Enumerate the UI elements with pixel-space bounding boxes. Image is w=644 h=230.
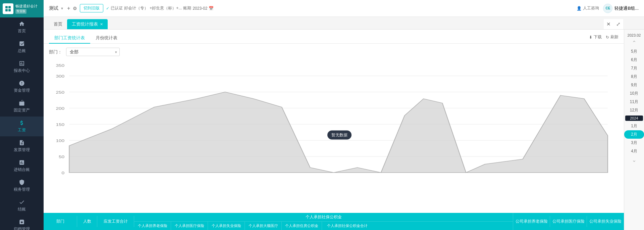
sub-tab-dept[interactable]: 部门工资统计表 <box>49 33 90 44</box>
rp-scroll-up-btn[interactable]: ⌃ <box>632 40 636 46</box>
sub-tabs: 部门工资统计表 月份统计表 ⬇ 下载 ↻ 刷新 <box>44 30 624 44</box>
topbar-title: 测试 <box>49 5 58 11</box>
sidebar: 畅捷通好会计 专业版 首页 总账 报表中心 资金管理 固定资产 <box>0 0 44 230</box>
avatar-circle: CE <box>603 4 612 13</box>
certified-check-icon: ✓ <box>106 6 109 11</box>
svg-text:50: 50 <box>59 155 64 159</box>
svg-text:0: 0 <box>62 171 65 175</box>
topbar-add-btn[interactable]: + <box>67 5 70 11</box>
refresh-btn[interactable]: ↻ 刷新 <box>606 34 619 40</box>
tab-home[interactable]: 首页 <box>49 19 67 29</box>
right-panel: 2023.02 ⌃ 5月 6月 7月 8月 9月 10月 11月 12月 202… <box>624 30 644 230</box>
rp-scroll-down-btn[interactable]: ⌄ <box>632 157 636 163</box>
th-company-pension: 公司承担养老保险 <box>513 216 550 227</box>
tab-salary-report[interactable]: 工资统计报表 ✕ <box>67 19 108 29</box>
topbar-settings-btn[interactable]: ⚙ <box>73 6 77 11</box>
panel-close-expand: ✕ ⤢ <box>604 19 623 30</box>
dept-filter-select[interactable]: 全部 财务部 销售部 技术部 行政部 <box>66 48 120 56</box>
tab-close-btn[interactable]: ✕ <box>100 22 103 27</box>
th-dept: 部门 <box>44 216 77 227</box>
th-unemployment: 个人承担失业保险 <box>208 222 245 230</box>
th-major-medical: 个人承担大额医疗 <box>245 222 282 230</box>
th-subtotal: 个人承担社保公积金合计 <box>322 222 372 230</box>
sidebar-logo: 畅捷通好会计 专业版 <box>0 0 44 17</box>
rp-month-10[interactable]: 10月 <box>624 89 644 98</box>
sidebar-item-tax[interactable]: 税务管理 <box>0 176 44 196</box>
logo-icon <box>3 3 13 14</box>
main-panel: 测试 ▾ + ⚙ 切到旧版 ✓ 已认证 好会计（专） +好生意（标）+... 账… <box>44 0 644 230</box>
sidebar-item-home[interactable]: 首页 <box>0 17 44 37</box>
rp-month-9[interactable]: 9月 <box>624 81 644 89</box>
th-housing: 个人承担住房公积金 <box>282 222 322 230</box>
download-icon: ⬇ <box>589 35 592 40</box>
th-group-personal: 个人承担社保公积金 个人承担养老保险 个人承担医疗保险 个人承担失业保险 <box>134 213 513 230</box>
rp-month-11[interactable]: 11月 <box>624 98 644 106</box>
panel-expand-btn[interactable]: ⤢ <box>615 20 622 28</box>
sidebar-item-funds[interactable]: 资金管理 <box>0 77 44 97</box>
sidebar-item-assets[interactable]: 固定资产 <box>0 97 44 117</box>
th-group-children: 个人承担养老保险 个人承担医疗保险 个人承担失业保险 个人承担大额医疗 <box>134 222 513 230</box>
chart-wrap: 0 50 100 150 200 250 300 350 <box>50 63 617 210</box>
rp-month-7[interactable]: 7月 <box>624 64 644 73</box>
sidebar-item-archive[interactable]: 归档管理 <box>0 216 44 230</box>
help-icon: 👤 <box>577 6 582 11</box>
topbar-dropdown-arrow[interactable]: ▾ <box>61 6 63 11</box>
user-avatar-btn[interactable]: CE 轻捷通B组... <box>603 4 639 13</box>
th-total-salary: 应发工资合计 <box>97 216 134 227</box>
rp-month-apr[interactable]: 4月 <box>624 147 644 155</box>
calendar-icon[interactable]: 📅 <box>209 6 214 11</box>
rp-month-6[interactable]: 6月 <box>624 56 644 64</box>
sidebar-item-purchase[interactable]: 进销台账 <box>0 156 44 176</box>
svg-text:350: 350 <box>56 63 64 67</box>
rp-month-8[interactable]: 8月 <box>624 73 644 81</box>
tabs-bar: 首页 工资统计报表 ✕ <box>44 17 644 30</box>
table-header: 部门 人数 应发工资合计 个人承担社保公积金 个人承担养老保险 <box>44 213 624 230</box>
topbar-right: 👤 人工咨询 CE 轻捷通B组... <box>577 4 639 13</box>
sidebar-item-reports[interactable]: 报表中心 <box>0 57 44 77</box>
chart-area: 0 50 100 150 200 250 300 350 <box>44 60 624 213</box>
topbar-status: ✓ 已认证 好会计（专） +好生意（标）+... 账期 2023-02 📅 <box>106 5 214 11</box>
sidebar-item-salary[interactable]: 工资 <box>0 117 44 136</box>
sidebar-item-invoices[interactable]: 发票管理 <box>0 136 44 156</box>
svg-rect-2 <box>5 9 8 11</box>
chart-svg: 0 50 100 150 200 250 300 350 <box>50 63 617 178</box>
sub-tab-monthly[interactable]: 月份统计表 <box>90 33 123 44</box>
th-company-unemployment: 公司承担失业保险 <box>587 216 624 227</box>
th-pension: 个人承担养老保险 <box>134 222 171 230</box>
th-medical: 个人承担医疗保险 <box>171 222 208 230</box>
rp-year-display: 2023.02 <box>626 32 643 38</box>
svg-rect-3 <box>8 9 11 11</box>
svg-text:150: 150 <box>56 123 64 127</box>
svg-text:200: 200 <box>56 106 64 110</box>
table-header-top: 部门 人数 应发工资合计 个人承担社保公积金 个人承担养老保险 <box>44 213 624 230</box>
panel-close-btn[interactable]: ✕ <box>605 20 612 28</box>
download-btn[interactable]: ⬇ 下载 <box>589 34 602 40</box>
rp-month-jan[interactable]: 1月 <box>624 122 644 130</box>
rp-month-mar[interactable]: 3月 <box>624 139 644 147</box>
sidebar-item-settle[interactable]: 结账 <box>0 196 44 216</box>
svg-text:300: 300 <box>56 74 64 78</box>
filter-label: 部门： <box>49 49 62 55</box>
rp-month-5[interactable]: 5月 <box>624 47 644 56</box>
rp-month-feb[interactable]: 2月 <box>624 130 644 139</box>
content-area: 部门工资统计表 月份统计表 ⬇ 下载 ↻ 刷新 <box>44 30 644 230</box>
svg-text:100: 100 <box>56 139 64 143</box>
logo-text: 畅捷通好会计 专业版 <box>15 4 38 14</box>
sidebar-nav: 首页 总账 报表中心 资金管理 固定资产 工资 发票管理 <box>0 17 44 230</box>
svg-rect-0 <box>5 6 8 8</box>
refresh-icon: ↻ <box>606 35 609 40</box>
svg-rect-1 <box>8 6 11 8</box>
svg-text:250: 250 <box>56 90 64 94</box>
switch-old-version-btn[interactable]: 切到旧版 <box>80 4 103 12</box>
th-count: 人数 <box>77 216 97 227</box>
th-company-medical: 公司承担医疗保险 <box>550 216 587 227</box>
filter-row: 部门： 全部 财务部 销售部 技术部 行政部 <box>44 44 624 60</box>
topbar: 测试 ▾ + ⚙ 切到旧版 ✓ 已认证 好会计（专） +好生意（标）+... 账… <box>44 0 644 17</box>
help-btn[interactable]: 👤 人工咨询 <box>577 5 599 11</box>
main-content: 部门工资统计表 月份统计表 ⬇ 下载 ↻ 刷新 <box>44 30 624 230</box>
rp-year-2024: 2024 <box>625 116 643 121</box>
filter-select-wrap: 全部 财务部 销售部 技术部 行政部 <box>66 48 120 56</box>
sidebar-item-ledger[interactable]: 总账 <box>0 37 44 57</box>
rp-month-12[interactable]: 12月 <box>624 106 644 114</box>
sub-tabs-actions: ⬇ 下载 ↻ 刷新 <box>589 34 619 42</box>
